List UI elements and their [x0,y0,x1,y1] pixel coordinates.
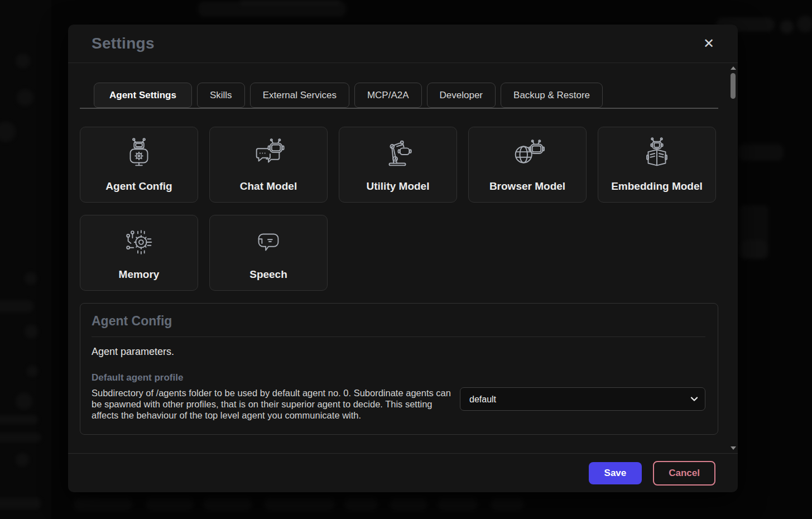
save-button[interactable]: Save [589,462,642,484]
scrollbar-up-arrow-icon[interactable] [731,66,736,70]
field-row: Subdirectory of /agents folder to be use… [92,387,705,421]
scrollbar-thumb[interactable] [731,73,736,99]
tab-external-services[interactable]: External Services [250,83,349,108]
tab-mcp-a2a[interactable]: MCP/A2A [354,83,422,108]
card-label: Speech [249,268,287,281]
card-speech[interactable]: Speech [209,215,328,291]
close-icon[interactable]: ✕ [700,35,718,52]
modal-scrollbar[interactable] [729,64,737,452]
card-label: Embedding Model [611,180,703,193]
tab-backup-restore[interactable]: Backup & Restore [501,83,603,108]
card-label: Utility Model [367,180,430,193]
cancel-button[interactable]: Cancel [653,461,715,486]
card-label: Chat Model [240,180,297,193]
page-title: Settings [92,35,155,52]
settings-modal: Settings ✕ Agent Settings Skills Externa… [68,25,738,492]
tab-developer[interactable]: Developer [427,83,496,108]
section-description: Agent parameters. [92,346,705,358]
robot-arm-icon [381,137,415,174]
agent-config-section: Agent Config Agent parameters. Default a… [80,303,718,435]
card-label: Browser Model [489,180,565,193]
default-agent-profile-select-wrap: default [460,387,705,411]
tab-skills[interactable]: Skills [197,83,245,108]
card-agent-config[interactable]: Agent Config [80,127,198,203]
section-title: Agent Config [92,314,705,329]
modal-body: Agent Settings Skills External Services … [68,63,738,453]
speech-bubble-icon [251,225,286,262]
tab-agent-settings[interactable]: Agent Settings [94,83,192,108]
settings-tabbar: Agent Settings Skills External Services … [80,83,718,109]
scrollbar-down-arrow-icon[interactable] [731,446,736,450]
field-help-text: Subdirectory of /agents folder to be use… [92,387,453,421]
card-browser-model[interactable]: Browser Model [468,127,587,203]
card-memory[interactable]: Memory [80,215,198,291]
card-embedding-model[interactable]: Embedding Model [598,127,716,203]
section-divider [92,337,705,337]
robot-globe-icon [510,137,545,174]
modal-footer: Save Cancel [68,453,738,492]
robot-reading-book-icon [640,137,674,174]
card-label: Memory [119,268,160,281]
card-label: Agent Config [105,180,172,193]
card-chat-model[interactable]: Chat Model [209,127,328,203]
settings-cards-grid: Agent Config Chat Mo [80,127,718,291]
modal-header: Settings ✕ [68,25,738,63]
robot-monitor-gear-icon [122,137,156,174]
robot-chat-bubbles-icon [251,137,286,174]
circuit-gear-icon [122,225,156,262]
field-label-default-agent-profile: Default agent profile [92,372,705,383]
card-utility-model[interactable]: Utility Model [339,127,457,203]
default-agent-profile-select[interactable]: default [460,387,705,411]
